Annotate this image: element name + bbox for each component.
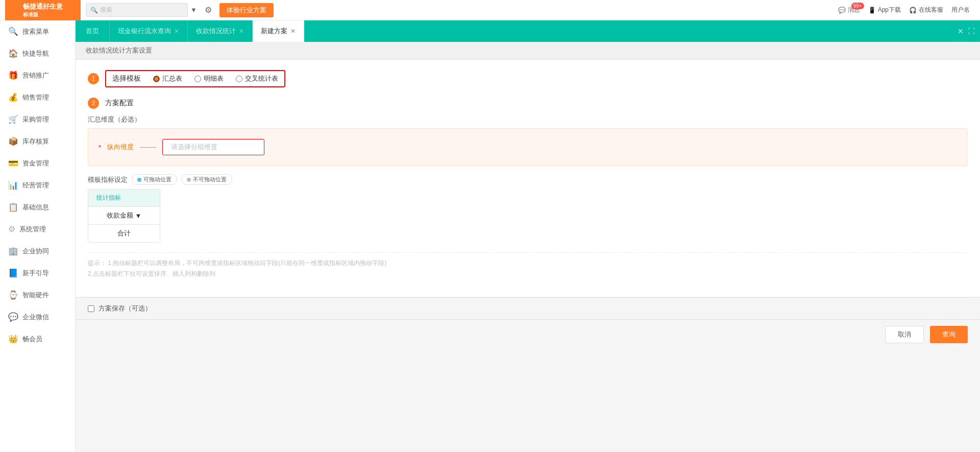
tab-new-plan[interactable]: 新建方案 ✕ [253, 20, 304, 42]
radio-cross-input[interactable] [236, 76, 242, 82]
sidebar-item-search-menu[interactable]: 🔍 搜索菜单 [0, 20, 75, 42]
chart-icon: 📊 [8, 180, 18, 190]
notification-item[interactable]: 💬 消息 99+ [838, 6, 860, 14]
content-area: 首页 现金银行流水查询 ✕ 收款情况统计 ✕ 新建方案 ✕ ✕ ⛶ 收款情况统计… [76, 20, 980, 452]
hint-text-1: 提示： 1.拖动标题栏可以调整布局，不可跨维度或指标区域拖动目字段(只能在同一维… [88, 259, 968, 268]
draggable-dot [137, 178, 141, 182]
arrow-icon: —— [140, 142, 156, 152]
sidebar-item-basic-info[interactable]: 📋 基础信息 [0, 196, 75, 218]
tab-collection-stats-close[interactable]: ✕ [239, 28, 244, 35]
sidebar-item-label: 系统管理 [19, 225, 46, 234]
row-dimension-label: 纵向维度 [107, 142, 134, 152]
tab-collection-stats[interactable]: 收款情况统计 ✕ [188, 20, 253, 42]
user-name: 用户名 [951, 6, 970, 14]
step1-row: 1 选择模板 汇总表 明细表 交叉统计表 [88, 70, 968, 87]
dimension-section-label: 汇总维度（必选） [88, 115, 968, 124]
sidebar-item-hardware[interactable]: ⌚ 智能硬件 [0, 284, 75, 306]
building-icon: 🏢 [8, 246, 18, 256]
sidebar-item-label: 采购管理 [22, 115, 49, 124]
step2-title-row: 2 方案配置 [88, 98, 968, 109]
notification-badge: 99+ [851, 3, 864, 9]
metric-column-header[interactable]: 收款金额 ▼ [88, 207, 160, 225]
app-name: 畅捷通好生意 [23, 2, 63, 11]
tab-new-plan-close[interactable]: ✕ [290, 28, 296, 35]
sidebar-item-marketing[interactable]: 🎁 营销推广 [0, 64, 75, 86]
metric-column-name[interactable]: 收款金额 ▼ [88, 207, 160, 224]
sidebar-item-weixin[interactable]: 💬 企业微信 [0, 306, 75, 328]
download-item[interactable]: 📱 App下载 [868, 6, 901, 14]
search-icon: 🔍 [90, 7, 98, 14]
top-header: 畅捷通好生意 标准版 🔍 搜索 ▼ ⚙ 体验行业方案 💬 消息 99+ 📱 Ap… [0, 0, 980, 20]
step2-section: 2 方案配置 汇总维度（必选） * 纵向维度 —— 请选择分组维度 [88, 98, 968, 287]
radio-detail[interactable]: 明细表 [194, 74, 224, 83]
sidebar-item-label: 新手引导 [22, 269, 49, 278]
gift-icon: 🎁 [8, 70, 18, 80]
dimension-area: * 纵向维度 —— 请选择分组维度 [88, 128, 968, 166]
tab-home[interactable]: 首页 [76, 20, 110, 42]
metric-section-label: 模板指标设定 [88, 175, 128, 184]
logo: 畅捷通好生意 标准版 [5, 0, 81, 20]
radio-cross[interactable]: 交叉统计表 [236, 74, 278, 83]
main-layout: 🔍 搜索菜单 🏠 快捷导航 🎁 营销推广 💰 销售管理 🛒 采购管理 📦 库存核… [0, 20, 980, 452]
tab-home-label: 首页 [86, 27, 99, 36]
sidebar-item-enterprise[interactable]: 🏢 企业协同 [0, 240, 75, 262]
radio-summary-input[interactable] [153, 76, 160, 82]
cancel-button[interactable]: 取消 [885, 326, 924, 343]
sidebar-item-label: 企业协同 [22, 247, 49, 256]
dropdown-arrow[interactable]: ▼ [190, 6, 197, 14]
search-menu-icon: 🔍 [8, 27, 18, 36]
sidebar-item-sales[interactable]: 💰 销售管理 [0, 86, 75, 108]
dimension-select[interactable]: 请选择分组维度 [162, 139, 264, 155]
step2-label: 方案配置 [105, 99, 134, 108]
sidebar-item-purchase[interactable]: 🛒 采购管理 [0, 108, 75, 130]
tab-bank-flow-close[interactable]: ✕ [174, 28, 179, 35]
step1-label: 选择模板 [112, 74, 141, 83]
non-draggable-indicator: 不可拖动位置 [181, 174, 232, 185]
close-window-icon[interactable]: ✕ [958, 27, 964, 35]
settings-icon: ⚙ [8, 224, 15, 234]
radio-summary[interactable]: 汇总表 [153, 74, 182, 83]
tab-bar-actions: ✕ ⛶ [952, 20, 980, 42]
money-icon: 💰 [8, 92, 18, 102]
dropdown-chevron: ▼ [135, 212, 142, 220]
save-checkbox[interactable] [88, 305, 94, 312]
header-search-area: 🔍 搜索 ▼ ⚙ 体验行业方案 [86, 3, 838, 17]
sidebar-item-label: 营销推广 [22, 71, 49, 80]
box-icon: 📦 [8, 136, 18, 146]
sidebar-item-label: 基础信息 [22, 203, 49, 212]
trial-button[interactable]: 体验行业方案 [219, 3, 274, 17]
sidebar-item-label: 快捷导航 [22, 49, 49, 58]
sidebar-item-guide[interactable]: 📘 新手引导 [0, 262, 75, 284]
dimension-row: * 纵向维度 —— 请选择分组维度 [99, 139, 957, 155]
radio-detail-input[interactable] [194, 76, 201, 82]
maximize-icon[interactable]: ⛶ [968, 27, 975, 35]
headset-icon: 🎧 [909, 7, 917, 14]
crown-icon: 👑 [8, 334, 18, 344]
sidebar-item-quick-nav[interactable]: 🏠 快捷导航 [0, 42, 75, 64]
sidebar-item-system[interactable]: ⚙ 系统管理 [0, 218, 75, 240]
message-icon: 💬 [838, 7, 846, 14]
radio-summary-label: 汇总表 [162, 74, 182, 83]
metric-section: 模板指标设定 可拖动位置 不可拖动位置 [88, 174, 968, 244]
query-button[interactable]: 查询 [930, 326, 968, 343]
hint-section: 提示： 1.拖动标题栏可以调整布局，不可跨维度或指标区域拖动目字段(只能在同一维… [88, 252, 968, 287]
sidebar-item-inventory[interactable]: 📦 库存核算 [0, 130, 75, 152]
metric-table-header: 统计指标 [88, 189, 160, 207]
search-box[interactable]: 🔍 搜索 [86, 3, 188, 17]
metric-table: 统计指标 收款金额 ▼ 合计 [88, 189, 160, 243]
support-item[interactable]: 🎧 在线客服 [909, 6, 943, 14]
book-icon: 📘 [8, 268, 18, 278]
sidebar-item-finance[interactable]: 💳 资金管理 [0, 152, 75, 174]
user-info[interactable]: 用户名 [951, 6, 970, 14]
save-section: 方案保存（可选） [76, 297, 980, 319]
sidebar-item-label: 经营管理 [22, 181, 49, 190]
sidebar-item-operations[interactable]: 📊 经营管理 [0, 174, 75, 196]
tab-bank-flow[interactable]: 现金银行流水查询 ✕ [110, 20, 188, 42]
dimension-placeholder: 请选择分组维度 [171, 143, 217, 151]
total-label: 合计 [117, 229, 131, 237]
page-content: 收款情况统计方案设置 1 选择模板 汇总表 明细表 [76, 42, 980, 452]
tab-new-plan-label: 新建方案 [261, 27, 287, 36]
sidebar-item-member[interactable]: 👑 畅会员 [0, 328, 75, 350]
required-star: * [99, 144, 101, 151]
gear-button[interactable]: ⚙ [201, 3, 215, 17]
